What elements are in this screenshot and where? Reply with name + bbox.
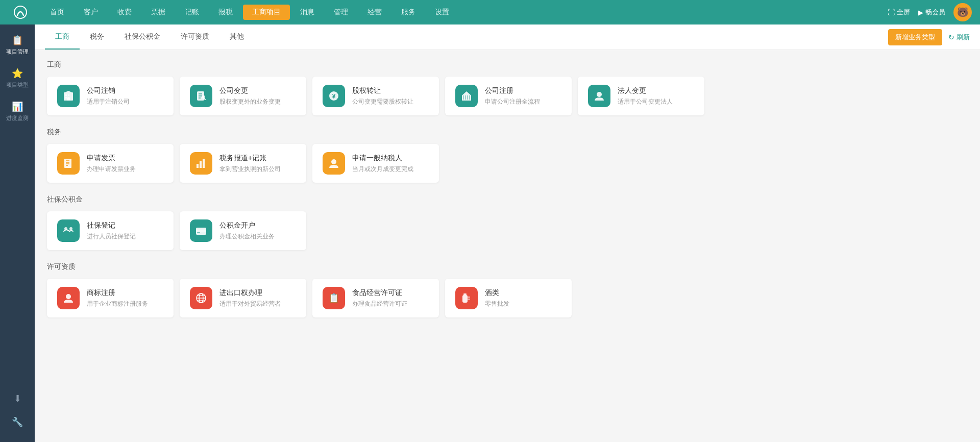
nav-item-票据[interactable]: 票据 (142, 5, 175, 20)
sidebar-bottom-download[interactable]: ⬇ (6, 387, 29, 410)
svg-rect-16 (465, 95, 466, 100)
card-title: 商标注册 (87, 288, 148, 298)
service-card-申请发票[interactable]: 申请发票 办理申请发票业务 (47, 144, 174, 183)
nav-item-服务[interactable]: 服务 (392, 5, 425, 20)
sidebar-icon: 📋 (12, 35, 23, 46)
avatar[interactable]: 🐻 (953, 3, 972, 21)
sidebar-icon: ⭐ (12, 68, 23, 79)
fullscreen-label: 全屏 (897, 8, 910, 17)
service-card-食品经营许可证[interactable]: 📋 食品经营许可证 办理食品经营许可证 (312, 279, 439, 317)
card-grid: 公司注销 适用于注销公司 公司变更 股权变更外的业务变更 ¥ 股权转让 公司变更… (47, 77, 968, 115)
nav-item-经营[interactable]: 经营 (358, 5, 391, 20)
card-icon (190, 219, 212, 242)
sidebar: 📋 项目管理 ⭐ 项目类型 📊 进度监测 ⬇🔧 (0, 24, 35, 442)
service-card-公司变更[interactable]: 公司变更 股权变更外的业务变更 (180, 77, 306, 115)
nav-item-管理[interactable]: 管理 (325, 5, 357, 20)
svg-point-20 (597, 92, 602, 97)
card-text: 申请发票 办理申请发票业务 (87, 154, 136, 174)
nav-item-首页[interactable]: 首页 (41, 5, 74, 20)
svg-marker-19 (462, 91, 471, 95)
service-card-股权转让[interactable]: ¥ 股权转让 公司变更需要股权转让 (312, 77, 439, 115)
svg-point-30 (64, 227, 67, 230)
svg-rect-21 (64, 159, 71, 168)
card-title: 酒类 (485, 288, 509, 298)
card-desc: 当月或次月成变更完成 (352, 165, 413, 174)
section-title: 社保公积金 (47, 195, 968, 204)
card-desc: 拿到营业执照的新公司 (219, 165, 281, 174)
new-type-button[interactable]: 新增业务类型 (888, 29, 942, 45)
tab-税务[interactable]: 税务 (80, 25, 114, 50)
nav-item-记账[interactable]: 记账 (176, 5, 208, 20)
content-area: 工商税务社保公积金许可资质其他 新增业务类型 ↻ 刷新 工商 公司注销 适用于注… (35, 24, 980, 442)
card-icon (190, 85, 212, 107)
service-card-申请一般纳税人[interactable]: 申请一般纳税人 当月或次月成变更完成 (312, 144, 439, 183)
nav-item-收费[interactable]: 收费 (108, 5, 141, 20)
svg-rect-15 (463, 95, 464, 100)
tab-btn-area: 新增业务类型 ↻ 刷新 (888, 29, 970, 45)
service-card-酒类[interactable]: 酒类 零售批发 (445, 279, 572, 317)
card-desc: 进行人员社保登记 (87, 232, 136, 241)
svg-rect-28 (203, 159, 205, 168)
card-icon (323, 152, 345, 175)
sidebar-item-项目管理[interactable]: 📋 项目管理 (0, 29, 35, 62)
nav-right: ⛶ 全屏 ▶ 畅会员 🐻 (888, 3, 972, 21)
card-grid: 社保登记 进行人员社保登记 公积金开户 办理公积金相关业务 (47, 211, 968, 250)
section-社保公积金: 社保公积金 社保登记 进行人员社保登记 公积金开户 办理公积金相关业务 (47, 195, 968, 250)
tab-工商[interactable]: 工商 (45, 25, 80, 50)
sidebar-bottom-settings[interactable]: 🔧 (6, 410, 29, 434)
card-text: 公司注册 申请公司注册全流程 (485, 86, 540, 106)
card-text: 公司变更 股权变更外的业务变更 (219, 86, 281, 106)
scroll-content[interactable]: 工商 公司注销 适用于注销公司 公司变更 股权变更外的业务变更 ¥ 股权转让 (35, 50, 980, 442)
member-btn[interactable]: ▶ 畅会员 (918, 8, 945, 17)
svg-point-29 (331, 159, 336, 164)
nav-item-报税[interactable]: 报税 (209, 5, 242, 20)
card-text: 申请一般纳税人 当月或次月成变更完成 (352, 154, 413, 174)
tab-社保公积金[interactable]: 社保公积金 (114, 25, 170, 50)
service-card-公司注册[interactable]: 公司注册 申请公司注册全流程 (445, 77, 572, 115)
card-desc: 办理公积金相关业务 (219, 232, 275, 241)
card-icon (455, 287, 478, 309)
card-title: 公司注销 (87, 86, 130, 95)
card-desc: 办理食品经营许可证 (352, 300, 407, 308)
service-card-公司注销[interactable]: 公司注销 适用于注销公司 (47, 77, 174, 115)
tab-其他[interactable]: 其他 (219, 25, 254, 50)
card-title: 税务报道+记账 (219, 154, 281, 163)
card-title: 公积金开户 (219, 221, 275, 230)
card-title: 进出口权办理 (219, 288, 281, 298)
nav-item-设置[interactable]: 设置 (426, 5, 458, 20)
member-label: 畅会员 (925, 8, 945, 17)
service-card-社保登记[interactable]: 社保登记 进行人员社保登记 (47, 211, 174, 250)
service-card-公积金开户[interactable]: 公积金开户 办理公积金相关业务 (180, 211, 306, 250)
svg-rect-34 (197, 232, 200, 233)
service-card-进出口权办理[interactable]: 进出口权办理 适用于对外贸易经营者 (180, 279, 306, 317)
nav-item-客户[interactable]: 客户 (75, 5, 107, 20)
service-card-税务报道+记账[interactable]: 税务报道+记账 拿到营业执照的新公司 (180, 144, 306, 183)
sidebar-item-项目类型[interactable]: ⭐ 项目类型 (0, 62, 35, 95)
logo (8, 0, 33, 24)
card-text: 法人变更 适用于公司变更法人 (618, 86, 673, 106)
sidebar-label: 项目类型 (6, 81, 29, 89)
card-desc: 办理申请发票业务 (87, 165, 136, 174)
card-icon (455, 85, 478, 107)
card-desc: 公司变更需要股权转让 (352, 97, 413, 106)
top-navigation: 首页客户收费票据记账报税工商项目消息管理经营服务设置 ⛶ 全屏 ▶ 畅会员 🐻 (0, 0, 980, 24)
service-card-商标注册[interactable]: 商标注册 用于企业商标注册服务 (47, 279, 174, 317)
card-title: 申请发票 (87, 154, 136, 163)
svg-rect-43 (468, 297, 470, 298)
svg-rect-18 (469, 95, 470, 100)
service-card-法人变更[interactable]: 法人变更 适用于公司变更法人 (578, 77, 704, 115)
svg-rect-4 (65, 97, 67, 99)
nav-item-工商项目[interactable]: 工商项目 (243, 5, 290, 20)
svg-rect-33 (196, 230, 206, 232)
card-desc: 零售批发 (485, 300, 509, 308)
fullscreen-btn[interactable]: ⛶ 全屏 (888, 8, 910, 17)
tab-许可资质[interactable]: 许可资质 (170, 25, 219, 50)
card-title: 法人变更 (618, 86, 673, 95)
card-icon: 📋 (323, 287, 345, 309)
main-layout: 📋 项目管理 ⭐ 项目类型 📊 进度监测 ⬇🔧 工商税务社保公积金许可资质其他 … (0, 24, 980, 442)
nav-item-消息[interactable]: 消息 (291, 5, 324, 20)
refresh-button[interactable]: ↻ 刷新 (948, 33, 970, 42)
sidebar-item-进度监测[interactable]: 📊 进度监测 (0, 95, 35, 128)
card-icon (57, 219, 80, 242)
svg-rect-42 (462, 295, 468, 303)
